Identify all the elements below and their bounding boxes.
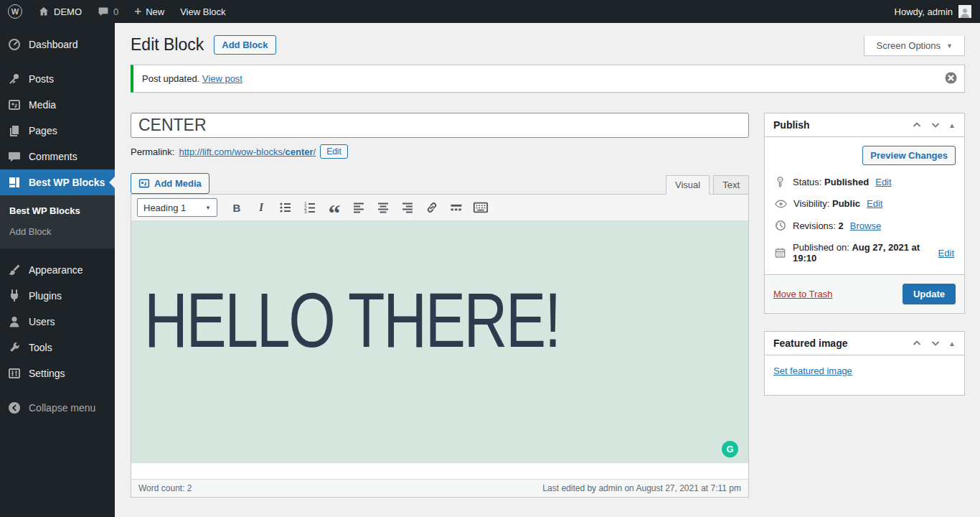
media-icon bbox=[7, 98, 22, 112]
edit-permalink-button[interactable]: Edit bbox=[320, 144, 348, 159]
move-to-trash-link[interactable]: Move to Trash bbox=[773, 289, 832, 299]
sidebar-item-posts[interactable]: Posts bbox=[0, 66, 115, 92]
browse-revisions-link[interactable]: Browse bbox=[850, 220, 881, 231]
edit-visibility-link[interactable]: Edit bbox=[867, 198, 882, 209]
eye-icon bbox=[775, 199, 787, 209]
featured-image-header[interactable]: Featured image ▲ bbox=[765, 332, 964, 355]
featured-image-box: Featured image ▲ Set featured image bbox=[764, 331, 965, 396]
permalink-link[interactable]: http://lift.com/wow-blocks/center/ bbox=[179, 146, 316, 157]
sidebar-item-plugins[interactable]: Plugins bbox=[0, 283, 115, 309]
tab-text[interactable]: Text bbox=[713, 175, 749, 195]
editor-content-area[interactable]: HELLO THERE! G bbox=[131, 221, 748, 463]
set-featured-image-link[interactable]: Set featured image bbox=[773, 365, 852, 376]
sidebar-item-comments[interactable]: Comments bbox=[0, 144, 115, 169]
calendar-icon bbox=[775, 247, 786, 258]
sidebar-label: Appearance bbox=[29, 264, 83, 276]
add-media-label: Add Media bbox=[154, 178, 202, 189]
post-title-input[interactable] bbox=[131, 113, 749, 138]
toolbar-toggle-button[interactable] bbox=[470, 198, 491, 217]
post-updated-notice: Post updated. View post bbox=[131, 65, 965, 93]
avatar bbox=[958, 5, 971, 18]
read-more-tag-button[interactable] bbox=[446, 198, 467, 217]
sidebar-item-pages[interactable]: Pages bbox=[0, 118, 115, 144]
move-up-icon[interactable] bbox=[911, 337, 923, 349]
plus-icon: + bbox=[134, 5, 141, 17]
italic-button[interactable]: I bbox=[250, 198, 272, 217]
add-media-button[interactable]: Add Media bbox=[131, 173, 209, 194]
add-media-icon bbox=[138, 177, 150, 189]
add-block-button[interactable]: Add Block bbox=[214, 35, 275, 55]
new-label: New bbox=[146, 6, 164, 17]
align-right-button[interactable] bbox=[397, 198, 418, 217]
tab-visual[interactable]: Visual bbox=[666, 175, 710, 195]
bold-button[interactable]: B bbox=[226, 198, 248, 217]
editor-body-margin[interactable] bbox=[131, 463, 748, 479]
visibility-text: Visibility: Public bbox=[793, 198, 860, 209]
sidebar-item-best-wp-blocks[interactable]: Best WP Blocks bbox=[0, 169, 115, 195]
view-block-menu[interactable]: View Block bbox=[172, 0, 233, 23]
publish-box: Publish ▲ Preview Changes bbox=[764, 113, 965, 314]
comments-icon bbox=[7, 149, 22, 164]
new-content-menu[interactable]: + New bbox=[126, 0, 172, 23]
sidebar-label: Pages bbox=[29, 124, 57, 137]
sliders-icon bbox=[7, 366, 22, 381]
wordpress-logo-menu[interactable]: W bbox=[0, 0, 30, 23]
submenu-item-best-wp-blocks[interactable]: Best WP Blocks bbox=[0, 200, 115, 221]
dashboard-icon bbox=[7, 37, 22, 52]
permalink-label: Permalink: bbox=[131, 146, 174, 157]
paintbrush-icon bbox=[7, 263, 22, 277]
blockquote-button[interactable]: “ bbox=[324, 198, 345, 217]
submenu-label: Add Block bbox=[9, 226, 52, 237]
publish-box-title: Publish bbox=[773, 119, 810, 131]
dismiss-notice-icon[interactable] bbox=[945, 72, 957, 84]
comment-bubble-icon bbox=[98, 6, 109, 17]
status-text: Status: Published bbox=[793, 177, 869, 187]
wordpress-logo-icon: W bbox=[8, 4, 22, 19]
edit-published-date-link[interactable]: Edit bbox=[938, 248, 954, 258]
wrench-icon bbox=[7, 340, 22, 355]
collapse-panel-icon[interactable]: ▲ bbox=[948, 340, 956, 348]
move-down-icon[interactable] bbox=[930, 119, 941, 131]
paragraph-format-select[interactable]: Heading 1 ▼ bbox=[137, 198, 217, 217]
sidebar-item-settings[interactable]: Settings bbox=[0, 360, 115, 386]
pages-icon bbox=[7, 124, 22, 138]
editor-mode-tabs: Visual Text bbox=[662, 174, 749, 194]
pin-icon bbox=[7, 72, 22, 86]
sidebar-item-collapse-menu[interactable]: Collapse menu bbox=[0, 395, 115, 421]
revisions-row: Revisions: 2 Browse bbox=[775, 220, 954, 231]
sidebar-item-media[interactable]: Media bbox=[0, 92, 115, 118]
view-post-link[interactable]: View post bbox=[202, 73, 242, 84]
howdy-label: Howdy, admin bbox=[895, 6, 953, 17]
grammarly-icon[interactable]: G bbox=[722, 441, 738, 457]
site-name-label: DEMO bbox=[54, 6, 82, 17]
align-center-button[interactable] bbox=[372, 198, 394, 217]
numbered-list-button[interactable]: 123 bbox=[299, 198, 321, 217]
publish-box-header[interactable]: Publish ▲ bbox=[765, 113, 964, 137]
comments-menu[interactable]: 0 bbox=[90, 0, 126, 23]
sidebar-item-dashboard[interactable]: Dashboard bbox=[0, 32, 115, 57]
bullet-list-button[interactable] bbox=[275, 198, 296, 217]
chevron-down-icon: ▼ bbox=[946, 42, 953, 50]
edit-status-link[interactable]: Edit bbox=[875, 177, 891, 187]
screen-options-button[interactable]: Screen Options ▼ bbox=[864, 36, 965, 56]
sidebar-item-tools[interactable]: Tools bbox=[0, 335, 115, 360]
insert-link-button[interactable] bbox=[421, 198, 443, 217]
page-title: Edit Block bbox=[131, 35, 204, 55]
align-left-button[interactable] bbox=[348, 198, 369, 217]
post-heading-text[interactable]: HELLO THERE! bbox=[144, 281, 560, 359]
sidebar-item-appearance[interactable]: Appearance bbox=[0, 257, 115, 283]
site-name-menu[interactable]: DEMO bbox=[30, 0, 90, 23]
move-down-icon[interactable] bbox=[930, 337, 941, 349]
admin-bar: W DEMO 0 + New View Block Howdy, admin bbox=[0, 0, 980, 23]
submenu-item-add-block[interactable]: Add Block bbox=[0, 221, 115, 242]
collapse-panel-icon[interactable]: ▲ bbox=[948, 121, 956, 129]
move-up-icon[interactable] bbox=[911, 119, 923, 131]
update-button[interactable]: Update bbox=[903, 284, 956, 304]
menu-separator bbox=[0, 386, 115, 395]
sidebar-item-users[interactable]: Users bbox=[0, 309, 115, 335]
preview-changes-button[interactable]: Preview Changes bbox=[862, 146, 956, 165]
publishing-actions: Move to Trash Update bbox=[765, 274, 964, 313]
best-wp-blocks-submenu: Best WP Blocks Add Block bbox=[0, 195, 115, 248]
featured-image-body: Set featured image bbox=[765, 355, 964, 395]
my-account-menu[interactable]: Howdy, admin bbox=[886, 0, 980, 23]
